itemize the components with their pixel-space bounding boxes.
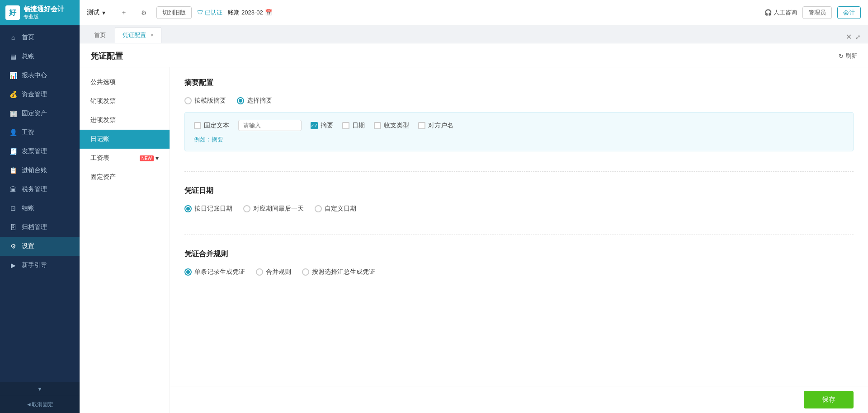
radio-single-record[interactable]: 单条记录生成凭证 — [184, 268, 245, 276]
example-text: 例如：摘要 — [194, 136, 844, 144]
sidebar-item-salary[interactable]: 👤 工资 — [0, 123, 80, 142]
calendar-icon[interactable]: 📅 — [265, 9, 272, 16]
tab-home[interactable]: 首页 — [87, 28, 113, 43]
checkbox-income-type[interactable]: 收支类型 — [374, 122, 409, 130]
consult-button[interactable]: 🎧 人工咨询 — [764, 9, 797, 17]
sidebar-item-invoice[interactable]: 🧾 发票管理 — [0, 142, 80, 161]
radio-custom-date[interactable]: 自定义日期 — [315, 205, 356, 213]
content-body: 公共选项 销项发票 进项发票 日记账 工资表 NEW ▾ 固定资产 — [80, 67, 868, 413]
radio-period-last-circle — [243, 205, 250, 212]
cancel-fixed-button[interactable]: ◄取消固定 — [0, 396, 80, 413]
project-name: 测试 — [87, 9, 99, 17]
radio-period-last-day[interactable]: 对应期间最后一天 — [243, 205, 304, 213]
radio-select-circle — [237, 97, 244, 104]
project-selector[interactable]: 测试 ▾ — [87, 9, 105, 17]
add-button[interactable]: ＋ — [117, 5, 131, 20]
checkbox-fixed-text-box — [194, 122, 201, 129]
sidebar-label-fund: 资金管理 — [22, 90, 47, 99]
fund-icon: 💰 — [9, 90, 17, 99]
radio-merge-rule[interactable]: 合并规则 — [256, 268, 291, 276]
voucher-date-section: 凭证日期 按日记账日期 对应期间最后一天 — [184, 186, 854, 235]
sidebar-label-trade: 进销台账 — [22, 166, 47, 174]
sidebar: 好 畅捷通好会计 专业版 ⌂ 首页 ▤ 总账 📊 报表中心 💰 资金管理 — [0, 0, 80, 413]
radio-template-label: 按模版摘要 — [194, 97, 226, 105]
left-nav-payroll[interactable]: 工资表 NEW ▾ — [80, 149, 170, 168]
radio-journal-date-label: 按日记账日期 — [194, 205, 232, 213]
logo-icon: 好 — [5, 5, 20, 20]
settings-header-button[interactable]: ⚙ — [137, 5, 151, 20]
tab-voucher-config[interactable]: 凭证配置 × — [115, 27, 161, 43]
fixed-text-input[interactable] — [238, 120, 302, 131]
radio-select-summary[interactable]: 选择摘要 — [237, 97, 272, 105]
checkbox-counterparty-box — [418, 122, 425, 129]
sidebar-item-close-accounts[interactable]: ⊡ 结账 — [0, 199, 80, 218]
payroll-arrow-icon: ▾ — [156, 155, 159, 162]
app-logo: 好 畅捷通好会计 专业版 — [0, 0, 80, 25]
accountant-button[interactable]: 会计 — [837, 6, 861, 19]
sidebar-item-ledger[interactable]: ▤ 总账 — [0, 47, 80, 66]
merge-rules-title: 凭证合并规则 — [184, 249, 854, 259]
radio-summary-generate-circle — [302, 268, 309, 276]
checkmark-summary: ✓ — [311, 123, 314, 128]
sidebar-item-asset[interactable]: 🏢 固定资产 — [0, 104, 80, 123]
sidebar-item-fund[interactable]: 💰 资金管理 — [0, 85, 80, 104]
sidebar-item-tax[interactable]: 🏛 税务管理 — [0, 180, 80, 199]
guide-icon: ▶ — [9, 261, 17, 269]
sidebar-label-close: 结账 — [22, 204, 34, 212]
summary-label: 摘要 — [321, 122, 333, 130]
invoice-icon: 🧾 — [9, 147, 17, 155]
refresh-icon: ↻ — [839, 53, 844, 60]
date-label: 日期 — [352, 122, 365, 130]
radio-custom-date-label: 自定义日期 — [325, 205, 356, 213]
sidebar-item-archive[interactable]: 🗄 归档管理 — [0, 218, 80, 237]
checkbox-counterparty[interactable]: 对方户名 — [418, 122, 453, 130]
refresh-button[interactable]: ↻ 刷新 — [839, 52, 857, 60]
logo-subtitle: 专业版 — [24, 14, 64, 20]
report-icon: 📊 — [9, 71, 17, 80]
radio-journal-date[interactable]: 按日记账日期 — [184, 205, 232, 213]
radio-single-record-label: 单条记录生成凭证 — [194, 268, 245, 276]
left-nav-public[interactable]: 公共选项 — [80, 73, 170, 92]
checkbox-summary[interactable]: ✓ 摘要 — [311, 122, 333, 130]
manager-button[interactable]: 管理员 — [802, 6, 832, 19]
summary-radio-group: 按模版摘要 选择摘要 — [184, 97, 854, 105]
left-nav-purchase-invoice[interactable]: 进项发票 — [80, 111, 170, 130]
switch-old-version-button[interactable]: 切到旧版 — [156, 6, 192, 19]
counterparty-label: 对方户名 — [428, 122, 453, 130]
asset-icon: 🏢 — [9, 109, 17, 117]
voucher-date-radio-group: 按日记账日期 对应期间最后一天 自定义日期 — [184, 205, 854, 213]
sidebar-label-ledger: 总账 — [22, 52, 34, 61]
bottom-bar: 保存 — [170, 386, 868, 413]
summary-config-title: 摘要配置 — [184, 78, 854, 88]
left-nav-fixed-assets[interactable]: 固定资产 — [80, 168, 170, 187]
fixed-text-label: 固定文本 — [204, 122, 229, 130]
left-nav-sales-invoice[interactable]: 销项发票 — [80, 92, 170, 111]
new-badge: NEW — [140, 155, 154, 161]
left-nav-journal[interactable]: 日记账 — [80, 130, 170, 149]
checkbox-fixed-text[interactable]: 固定文本 — [194, 122, 229, 130]
radio-period-last-label: 对应期间最后一天 — [253, 205, 304, 213]
tab-close-voucher-config[interactable]: × — [151, 32, 154, 38]
voucher-date-title: 凭证日期 — [184, 186, 854, 196]
sidebar-scroll-down[interactable]: ▼ — [0, 382, 80, 396]
sidebar-item-trade[interactable]: 📋 进销台账 — [0, 161, 80, 180]
close-accounts-icon: ⊡ — [9, 204, 17, 212]
sidebar-item-settings[interactable]: ⚙ 设置 — [0, 237, 80, 256]
header: 测试 ▾ ＋ ⚙ 切到旧版 🛡 已认证 账期 2023-02 📅 🎧 人工咨询 — [80, 0, 868, 25]
sidebar-label-report: 报表中心 — [22, 71, 47, 80]
radio-summary-generate[interactable]: 按照选择汇总生成凭证 — [302, 268, 375, 276]
save-button[interactable]: 保存 — [804, 391, 854, 408]
sidebar-item-home[interactable]: ⌂ 首页 — [0, 28, 80, 47]
sidebar-label-salary: 工资 — [22, 128, 34, 136]
window-expand-button[interactable]: ⤢ — [855, 33, 861, 41]
radio-template-summary[interactable]: 按模版摘要 — [184, 97, 226, 105]
sidebar-item-guide[interactable]: ▶ 新手引导 — [0, 256, 80, 275]
header-right: 🎧 人工咨询 管理员 会计 — [764, 6, 861, 19]
archive-icon: 🗄 — [9, 223, 17, 231]
sidebar-label-asset: 固定资产 — [22, 109, 47, 117]
checkbox-date[interactable]: 日期 — [342, 122, 365, 130]
trade-icon: 📋 — [9, 166, 17, 174]
sidebar-item-report[interactable]: 📊 报表中心 — [0, 66, 80, 85]
logo-text-group: 畅捷通好会计 专业版 — [24, 5, 64, 20]
window-close-button[interactable]: ✕ — [846, 33, 852, 41]
